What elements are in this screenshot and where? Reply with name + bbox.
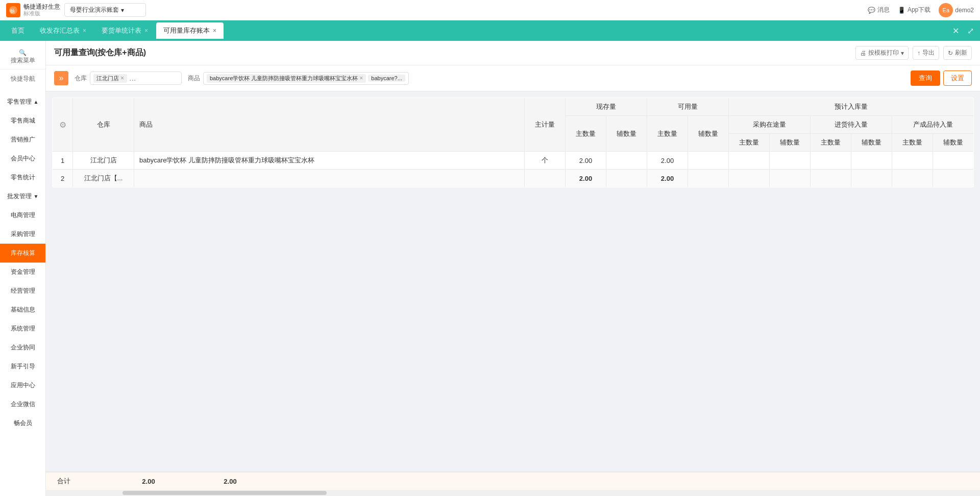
- th-current-stock: 现存量: [566, 98, 647, 116]
- th-production-pending-aux: 辅数量: [933, 134, 974, 152]
- row1-index: 1: [53, 152, 73, 170]
- refresh-btn[interactable]: ↻ 刷新: [943, 46, 972, 60]
- row1-warehouse: 江北门店: [73, 152, 134, 170]
- th-main-unit: 主计量: [525, 98, 566, 152]
- sidebar-item-guide-label: 新手引导: [11, 362, 35, 371]
- sidebar-item-member[interactable]: 会员中心: [0, 149, 45, 168]
- sidebar-item-finance[interactable]: 资金管理: [0, 263, 45, 281]
- footer-label: 合计: [52, 477, 128, 486]
- sidebar-item-operations[interactable]: 经营管理: [0, 281, 45, 300]
- row1-current-aux: [606, 152, 647, 170]
- sidebar-item-enterprise-wechat[interactable]: 企业微信: [0, 395, 45, 414]
- sidebar-quick-nav[interactable]: 快捷导航: [0, 69, 45, 88]
- th-purchase-pending-aux: 辅数量: [851, 134, 892, 152]
- tab-expand-btn[interactable]: ⤢: [965, 24, 976, 38]
- scroll-bar-area[interactable]: [46, 490, 980, 496]
- avatar: Ea: [939, 3, 953, 17]
- app-download-label: App下载: [908, 6, 930, 14]
- sidebar-quick-nav-label: 快捷导航: [11, 75, 35, 82]
- sidebar-search[interactable]: 🔍 搜索菜单: [0, 45, 45, 69]
- footer-pp-aux: [414, 478, 455, 485]
- tab-receive-send-close[interactable]: ×: [83, 27, 86, 34]
- group-current-main: 2.00: [566, 170, 606, 187]
- footer-prod-aux: [496, 478, 536, 485]
- sidebar-item-retail-stats[interactable]: 零售统计: [0, 168, 45, 187]
- row1-pp-main: [811, 152, 851, 170]
- page-title: 可用量查询(按仓库+商品): [54, 48, 146, 58]
- sidebar-item-system[interactable]: 系统管理: [0, 319, 45, 338]
- sidebar-item-basic-info[interactable]: 基础信息: [0, 300, 45, 319]
- brand-text: 畅捷通好生意 标准版: [23, 3, 60, 17]
- group-pt-aux: [770, 170, 811, 187]
- product-tag-close[interactable]: ×: [359, 75, 363, 82]
- th-available: 可用量: [647, 98, 729, 116]
- sidebar-item-basic-info-label: 基础信息: [11, 305, 35, 314]
- warehouse-input[interactable]: 江北门店 × ...: [90, 72, 182, 85]
- sidebar-item-retail-mgmt[interactable]: 零售管理 ▲: [0, 92, 45, 111]
- sidebar-item-purchase-label: 采购管理: [11, 230, 35, 239]
- table-group-row: 2 江北门店【... 2.00 2.00: [53, 170, 974, 187]
- sidebar-item-vip-label: 畅会员: [14, 419, 32, 428]
- brand-name: 畅捷通好生意: [23, 3, 60, 10]
- tab-receive-send[interactable]: 收发存汇总表 ×: [33, 22, 93, 39]
- print-icon: 🖨: [860, 50, 866, 57]
- footer-current-main: 2.00: [128, 478, 169, 485]
- footer-pt-main: [291, 478, 332, 485]
- footer-available-aux: [251, 478, 291, 485]
- th-settings[interactable]: ⚙: [53, 98, 73, 152]
- scroll-thumb[interactable]: [122, 491, 327, 495]
- footer-pp-main: [373, 478, 414, 485]
- row1-pt-main: [729, 152, 770, 170]
- tab-order-stats[interactable]: 要货单统计表 ×: [94, 22, 155, 39]
- tab-home-label: 首页: [11, 26, 24, 35]
- product-input[interactable]: babycare学饮杯 儿童防摔防撞吸管杯重力球吸嘴杯宝宝水杯 × babyca…: [203, 72, 409, 85]
- app-download-icon: 📱: [898, 7, 905, 14]
- sidebar-item-wholesale[interactable]: 批发管理 ▼: [0, 187, 45, 206]
- print-btn[interactable]: 🖨 按模板打印 ▾: [855, 46, 909, 60]
- tab-available-inventory[interactable]: 可用量库存账本 ×: [156, 22, 224, 39]
- export-btn[interactable]: ↑ 导出: [913, 46, 939, 60]
- sidebar-item-app-center-label: 应用中心: [11, 381, 35, 390]
- table-row: 1 江北门店 babycare学饮杯 儿童防摔防撞吸管杯重力球吸嘴杯宝宝水杯 个…: [53, 152, 974, 170]
- page-header: 可用量查询(按仓库+商品) 🖨 按模板打印 ▾ ↑ 导出 ↻ 刷新: [46, 41, 980, 65]
- sidebar-item-marketing[interactable]: 营销推广: [0, 130, 45, 149]
- sidebar-item-ecommerce[interactable]: 电商管理: [0, 206, 45, 225]
- sidebar-item-inventory[interactable]: 库存核算: [0, 244, 45, 263]
- page-actions: 🖨 按模板打印 ▾ ↑ 导出 ↻ 刷新: [855, 46, 972, 60]
- message-btn[interactable]: 💬 消息: [868, 6, 890, 14]
- brand-logo-icon: 畅: [6, 3, 20, 17]
- warehouse-tag-close[interactable]: ×: [120, 75, 124, 82]
- query-btn[interactable]: 查询: [911, 70, 940, 86]
- filter-warehouse-group: 仓库 江北门店 × ...: [75, 72, 182, 85]
- user-profile[interactable]: Ea demo2: [939, 3, 974, 17]
- settings-btn[interactable]: 设置: [943, 70, 972, 86]
- top-bar-left: 畅 畅捷通好生意 标准版 母婴行业演示账套 ▾: [6, 3, 146, 17]
- warehouse-dots[interactable]: ...: [129, 74, 136, 83]
- tab-receive-send-label: 收发存汇总表: [40, 26, 80, 35]
- top-bar-right: 💬 消息 📱 App下载 Ea demo2: [868, 3, 974, 17]
- sidebar-item-enterprise[interactable]: 企业协同: [0, 338, 45, 357]
- tab-available-inventory-close[interactable]: ×: [213, 27, 216, 34]
- template-selector-text: 母婴行业演示账套: [70, 6, 119, 14]
- th-available-main: 主数量: [647, 116, 688, 152]
- product-tag-overflow: babycare?...: [368, 75, 405, 82]
- sidebar-item-enterprise-label: 企业协同: [11, 343, 35, 352]
- sidebar-item-app-center[interactable]: 应用中心: [0, 376, 45, 395]
- sidebar-item-purchase[interactable]: 采购管理: [0, 225, 45, 244]
- row1-unit: 个: [525, 152, 566, 170]
- app-download-btn[interactable]: 📱 App下载: [898, 6, 930, 14]
- sidebar-item-wholesale-label: 批发管理: [7, 192, 32, 201]
- sidebar-item-guide[interactable]: 新手引导: [0, 357, 45, 376]
- filter-toggle-btn[interactable]: »: [54, 71, 68, 85]
- tab-available-inventory-label: 可用量库存账本: [163, 26, 210, 35]
- chevron-down-icon: ▾: [901, 50, 904, 57]
- template-selector[interactable]: 母婴行业演示账套 ▾: [64, 3, 146, 17]
- sidebar-item-vip[interactable]: 畅会员: [0, 414, 45, 433]
- sidebar-item-retail-mall[interactable]: 零售商城: [0, 111, 45, 130]
- tab-home[interactable]: 首页: [4, 22, 32, 39]
- tab-close-all-btn[interactable]: ✕: [950, 24, 961, 38]
- warehouse-tag-1: 江北门店 ×: [93, 74, 127, 83]
- svg-text:畅: 畅: [10, 8, 15, 14]
- tab-order-stats-close[interactable]: ×: [144, 27, 148, 34]
- refresh-label: 刷新: [955, 49, 967, 57]
